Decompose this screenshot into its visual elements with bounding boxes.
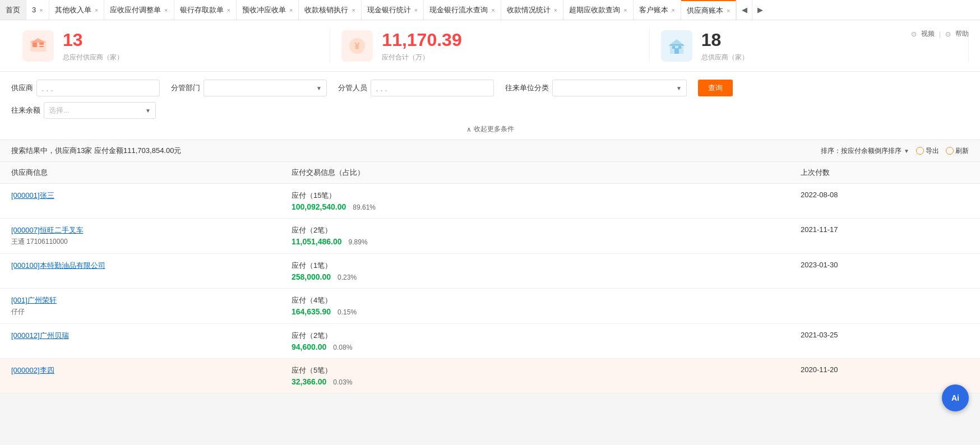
nav-tab-cash-bank-stat[interactable]: 现金银行统计 × [362,0,424,20]
transaction-label: 应付（5笔） [292,365,801,376]
close-icon[interactable]: × [95,7,98,13]
table-row: [000002]李四 应付（5笔） 32,366.00 0.03% 2020-1… [0,359,980,393]
last-payment-date: 2020-11-20 [801,365,838,374]
nav-tab-3[interactable]: 3 × [26,0,49,20]
transaction-row: 94,600.00 0.08% [292,341,801,351]
chevron-down-icon: ▼ [316,85,322,91]
close-icon[interactable]: × [227,7,230,13]
nav-tab-label: 收款核销执行 [304,5,348,15]
nav-prev-button[interactable]: ◀ [736,0,752,20]
nav-tab-home[interactable]: 首页 [0,0,26,20]
last-payment-date: 2023-01-30 [801,261,838,269]
close-icon[interactable]: × [727,7,730,14]
nav-tab-overdue-query[interactable]: 超期应收款查询 × [563,0,633,20]
balance-select[interactable]: 选择... ▼ [44,102,156,119]
balance-filter: 往来余额 选择... ▼ [11,102,156,119]
video-link[interactable]: 视频 [921,29,935,39]
supplier-input[interactable]: ... [36,80,160,96]
supplier-link[interactable]: [000001]张三 [11,191,54,200]
category-label: 往来单位分类 [505,83,549,93]
transaction-label: 应付（2笔） [292,331,801,341]
nav-tab-label: 供应商账本 [687,6,723,16]
supplier-label: 供应商 [11,83,33,93]
close-icon[interactable]: × [289,7,293,13]
sort-select[interactable]: 排序：按应付余额倒序排序 ▼ [821,146,909,156]
transaction-pct: 89.61% [353,203,376,211]
last-payment-cell: 2020-11-20 [801,365,969,374]
chevron-down-icon: ▼ [904,148,909,154]
close-icon[interactable]: × [39,7,43,13]
nav-tab-other-income[interactable]: 其他收入单 × [49,0,104,20]
nav-tab-receipt-stat[interactable]: 收款情况统计 × [501,0,563,20]
results-bar: 搜索结果中，供应商13家 应付金额111,703,854.00元 排序：按应付余… [0,140,980,162]
transaction-row: 32,366.00 0.03% [292,376,801,386]
supplier-link[interactable]: [000012]广州贝瑞 [11,331,69,340]
filter-row-1: 供应商 ... 分管部门 ▼ 分管人员 ... 往来单位分类 ▼ 查询 [11,80,969,96]
transaction-pct: 0.15% [338,308,357,316]
help-link[interactable]: 帮助 [955,29,969,39]
table-row: [000100]本特勤油品有限公司 应付（1笔） 258,000.00 0.23… [0,254,980,289]
transaction-cell: 应付（2笔） 94,600.00 0.08% [292,331,801,351]
transaction-row: 164,635.90 0.15% [292,305,801,316]
top-navigation: 首页 3 × 其他收入单 × 应收应付调整单 × 银行存取款单 × 预收冲应收单… [0,0,980,20]
export-button[interactable]: 导出 [916,146,939,156]
svg-rect-8 [674,48,679,54]
last-payment-date: 2021-11-17 [801,225,838,234]
nav-tab-cash-flow-query[interactable]: 现金银行流水查询 × [424,0,501,20]
svg-rect-3 [39,46,44,47]
nav-tab-label: 超期应收款查询 [569,5,620,15]
summary-info-total-suppliers: 18 总供应商（家） [701,29,748,62]
supplier-link[interactable]: [000100]本特勤油品有限公司 [11,261,105,270]
col-header-last-payment: 上次付数 [801,168,969,178]
transaction-row: 100,092,540.00 89.61% [292,201,801,211]
chevron-up-icon: ∧ [466,126,471,133]
close-icon[interactable]: × [623,7,627,13]
nav-tab-customer-ledger[interactable]: 客户账本 × [634,0,681,20]
svg-rect-1 [33,43,37,47]
nav-next-button[interactable]: ▶ [752,0,768,20]
table-section: 供应商信息 应付交易信息（占比） 上次付数 [000001]张三 应付（15笔）… [0,162,980,393]
transaction-amount: 100,092,540.00 [292,202,346,211]
payable-total-label: 应付合计（万） [382,53,461,62]
close-icon[interactable]: × [672,7,675,13]
supplier-link[interactable]: [001]广州荣轩 [11,296,57,304]
transaction-pct: 9.89% [349,238,368,246]
supplier-link[interactable]: [000007]恒旺二手叉车 [11,226,84,234]
close-icon[interactable]: × [352,7,355,13]
transaction-cell: 应付（4笔） 164,635.90 0.15% [292,295,801,316]
close-icon[interactable]: × [554,7,557,13]
close-icon[interactable]: × [414,7,418,13]
transaction-pct: 0.08% [333,344,352,351]
dept-select[interactable]: ▼ [204,80,327,96]
close-icon[interactable]: × [164,7,168,13]
svg-rect-10 [672,46,675,49]
summary-info-payable: 13 总应付供应商（家） [63,29,123,62]
refresh-label: 刷新 [955,146,969,156]
nav-tab-label: 预收冲应收单 [242,5,286,15]
nav-tab-advance-offset[interactable]: 预收冲应收单 × [237,0,299,20]
transaction-amount: 94,600.00 [292,342,326,351]
export-label: 导出 [926,146,939,156]
table-row: [000012]广州贝瑞 应付（2笔） 94,600.00 0.08% 2021… [0,324,980,359]
person-label: 分管人员 [338,83,367,93]
transaction-pct: 0.03% [333,378,352,386]
query-button[interactable]: 查询 [698,80,733,96]
supplier-link[interactable]: [000002]李四 [11,366,54,374]
nav-tab-adjustment[interactable]: 应收应付调整单 × [104,0,174,20]
refresh-button[interactable]: 刷新 [946,146,969,156]
collapse-button[interactable]: ∧ 收起更多条件 [466,124,514,134]
nav-tab-supplier-ledger[interactable]: 供应商账本 × [681,0,736,20]
nav-tab-bank-deposit[interactable]: 银行存取款单 × [174,0,237,20]
last-payment-cell: 2023-01-30 [801,261,969,269]
dept-label: 分管部门 [171,83,200,93]
last-payment-date: 2022-08-08 [801,191,838,199]
person-filter: 分管人员 ... [338,80,494,96]
category-select[interactable]: ▼ [552,80,687,96]
balance-label: 往来余额 [11,105,40,115]
close-icon[interactable]: × [491,7,494,13]
filter-section: 供应商 ... 分管部门 ▼ 分管人员 ... 往来单位分类 ▼ 查询 [0,72,980,140]
person-input[interactable]: ... [371,80,494,96]
filter-row-2: 往来余额 选择... ▼ [11,102,969,119]
transaction-cell: 应付（2笔） 11,051,486.00 9.89% [292,225,801,246]
nav-tab-receipt-verify[interactable]: 收款核销执行 × [299,0,361,20]
